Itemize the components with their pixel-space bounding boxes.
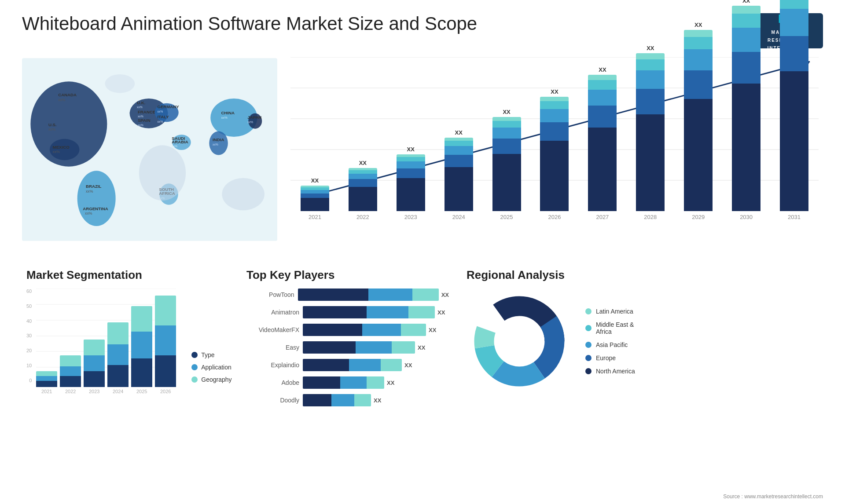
x-label-2026: 2026 (533, 214, 577, 220)
bar-group-2024: XX (437, 129, 481, 211)
bar-seg-2 (397, 168, 425, 178)
svg-text:FRANCE: FRANCE (138, 110, 156, 114)
player-xx-powtoon: XX (441, 292, 449, 298)
bar-seg-4 (349, 170, 377, 174)
legend-middle-east: Middle East & Africa (585, 321, 635, 335)
seg-app (60, 366, 81, 376)
svg-text:MEXICO: MEXICO (53, 145, 70, 150)
svg-text:xx%: xx% (48, 127, 56, 131)
player-bar (303, 324, 426, 336)
dot-middle-east (585, 325, 592, 331)
seg-geo (60, 355, 81, 366)
x-label-2023: 2023 (389, 214, 433, 220)
seg-type (84, 371, 105, 387)
bar-group-2021: XX (293, 177, 337, 211)
player-bar (303, 376, 384, 389)
seg-x-2026: 2026 (160, 389, 171, 394)
seg-app (84, 355, 105, 371)
player-row-easy: Easy XX (246, 341, 449, 354)
bottom-section: Market Segmentation 60 50 40 30 20 10 0 (18, 255, 827, 484)
bar-group-2028: XX (628, 45, 672, 211)
bar-group-2022: XX (341, 160, 385, 211)
seg-legend: Type Application Geography (187, 351, 231, 383)
bar-stack (301, 186, 329, 211)
segmentation-title: Market Segmentation (26, 268, 229, 282)
svg-text:xx%: xx% (86, 189, 93, 194)
dot-europe (585, 355, 592, 361)
bar-seg-mid (349, 359, 381, 371)
legend-label-application: Application (201, 364, 231, 371)
bar-stack (492, 117, 521, 211)
bar-seg-mid (340, 376, 367, 389)
legend-asia-pacific: Asia Pacific (585, 341, 635, 348)
y-30: 30 (26, 333, 32, 338)
player-name-animatron: Animatron (246, 309, 299, 316)
player-xx-explaindio: XX (404, 362, 412, 369)
bar-seg-5 (540, 97, 569, 101)
bar-seg-2 (540, 122, 569, 141)
dot-latin-america (585, 308, 592, 314)
bar-seg-1 (492, 154, 521, 211)
bar-stack (780, 0, 808, 211)
segmentation-section: Market Segmentation 60 50 40 30 20 10 0 (22, 264, 233, 479)
svg-text:xx%: xx% (53, 150, 60, 154)
bar-seg-1 (349, 187, 377, 211)
bar-seg-4 (780, 0, 808, 9)
bar-seg-dark (298, 289, 368, 301)
bar-seg-light (392, 341, 415, 354)
y-10: 10 (26, 363, 32, 368)
player-name-easy: Easy (246, 344, 299, 351)
seg-bar-2025: 2025 (131, 306, 152, 394)
svg-text:ITALY: ITALY (157, 114, 169, 119)
seg-x-2021: 2021 (41, 389, 52, 394)
player-row-doodly: Doodly XX (246, 394, 449, 406)
svg-point-9 (77, 171, 116, 226)
seg-bar-2024: 2024 (107, 322, 129, 394)
donut-chart (467, 289, 572, 394)
svg-text:xx%: xx% (172, 145, 177, 148)
seg-geo (131, 306, 152, 332)
bar-seg-dark (303, 359, 349, 371)
player-bar-area: XX (303, 376, 449, 389)
bar-seg-2 (732, 52, 760, 84)
legend-dot-type (191, 352, 198, 358)
bar-seg-5 (684, 30, 713, 37)
bar-seg-mid (331, 394, 354, 406)
bar-seg-3 (684, 49, 713, 70)
svg-point-65 (496, 318, 542, 364)
bar-seg-3 (636, 70, 665, 89)
seg-bar-2021: 2021 (36, 371, 57, 394)
player-bar-area: XX (303, 394, 449, 406)
svg-text:xx%: xx% (138, 124, 143, 127)
bar-top-label: XX (311, 177, 319, 184)
player-name-powtoon: PowToon (246, 291, 294, 298)
player-bar-area: XX (303, 341, 449, 354)
chart-section: XX XX (282, 53, 827, 255)
bar-seg-3 (588, 90, 617, 106)
bar-stack (636, 53, 665, 211)
bar-seg-2 (588, 106, 617, 128)
bar-top-label: XX (359, 160, 367, 166)
bar-seg-1 (445, 167, 473, 211)
legend-dot-application (191, 364, 198, 370)
bar-top-label: XX (694, 22, 702, 28)
x-label-2022: 2022 (341, 214, 385, 220)
player-xx-doodly: XX (374, 397, 381, 404)
bar-seg-1 (684, 99, 713, 211)
bar-group-2027: XX (580, 66, 625, 211)
bar-top-label: XX (407, 146, 415, 153)
x-label-2029: 2029 (676, 214, 720, 220)
bar-seg-3 (349, 174, 377, 179)
svg-text:SPAIN: SPAIN (138, 118, 151, 123)
label-latin-america: Latin America (596, 308, 633, 315)
map-section: CANADA xx% U.S. xx% MEXICO xx% BRAZIL xx… (18, 53, 282, 255)
player-bar-area: XX (298, 289, 449, 301)
bar-seg-1 (588, 128, 617, 211)
bar-seg-2 (684, 70, 713, 99)
label-middle-east: Middle East & Africa (596, 321, 634, 335)
seg-type (60, 376, 81, 387)
bar-seg-2 (445, 155, 473, 167)
bar-seg-2 (349, 179, 377, 187)
bar-seg-1 (540, 141, 569, 211)
player-row-videomaker: VideoMakerFX XX (246, 324, 449, 336)
